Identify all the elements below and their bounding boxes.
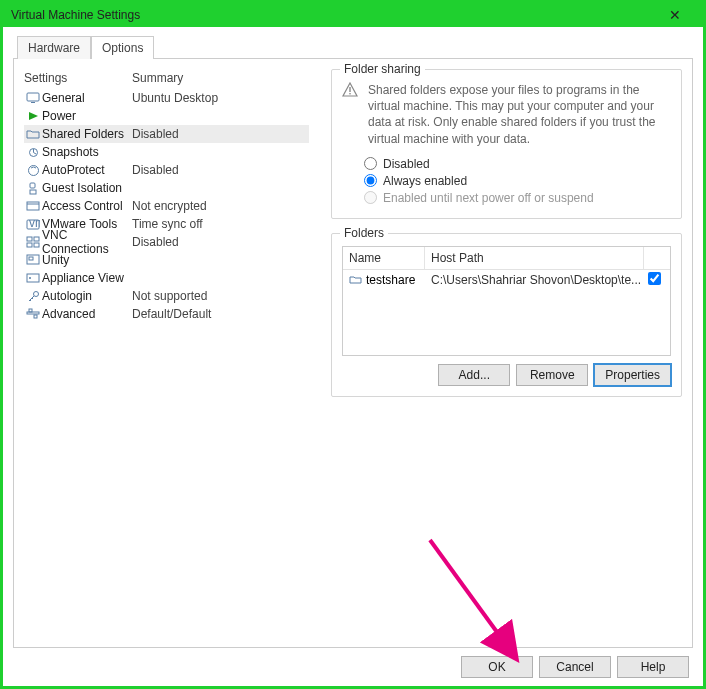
- svg-rect-11: [27, 243, 32, 247]
- unity-icon: [24, 254, 42, 266]
- svg-rect-14: [29, 257, 33, 260]
- svg-rect-19: [29, 309, 32, 312]
- folder-sharing-group: Folder sharing Shared folders expose you…: [331, 69, 682, 219]
- list-item-label: Access Control: [42, 199, 132, 213]
- svg-rect-5: [30, 190, 36, 194]
- window-title: Virtual Machine Settings: [11, 8, 655, 22]
- col-enabled: [644, 247, 670, 269]
- list-item-summary: Disabled: [132, 127, 179, 141]
- svg-text:vm: vm: [29, 219, 40, 230]
- titlebar: Virtual Machine Settings ✕: [3, 3, 703, 27]
- list-item-summary: Disabled: [132, 163, 179, 177]
- list-item-label: Advanced: [42, 307, 132, 321]
- svg-rect-12: [34, 243, 39, 247]
- warning-text: Shared folders expose your files to prog…: [342, 82, 671, 147]
- col-summary: Summary: [132, 71, 183, 85]
- list-item-autologin[interactable]: AutologinNot supported: [24, 287, 309, 305]
- list-item-summary: Not supported: [132, 289, 207, 303]
- svg-rect-20: [34, 315, 37, 318]
- svg-rect-1: [31, 102, 35, 103]
- remove-button[interactable]: Remove: [516, 364, 588, 386]
- svg-rect-9: [27, 237, 32, 241]
- add-button[interactable]: Add...: [438, 364, 510, 386]
- warning-icon: [342, 82, 360, 147]
- appliance-icon: [24, 272, 42, 284]
- folder-enabled-checkbox[interactable]: [644, 272, 664, 288]
- snapshot-icon: [24, 146, 42, 159]
- list-item-summary: Not encrypted: [132, 199, 207, 213]
- list-header: Settings Summary: [24, 69, 309, 89]
- list-item-label: Shared Folders: [42, 127, 132, 141]
- svg-rect-4: [30, 183, 35, 188]
- list-item-vnc-connections[interactable]: VNC ConnectionsDisabled: [24, 233, 309, 251]
- col-settings: Settings: [24, 71, 132, 85]
- list-item-label: Autologin: [42, 289, 132, 303]
- list-item-access-control[interactable]: Access ControlNot encrypted: [24, 197, 309, 215]
- folder-name-cell: testshare: [349, 273, 431, 287]
- radio-disabled-input[interactable]: [364, 157, 377, 170]
- guest-icon: [24, 182, 42, 195]
- tab-strip: Hardware Options: [17, 35, 693, 58]
- radio-always-enabled[interactable]: Always enabled: [364, 174, 671, 188]
- radio-always-input[interactable]: [364, 174, 377, 187]
- close-icon[interactable]: ✕: [655, 7, 695, 23]
- list-item-summary: Time sync off: [132, 217, 203, 231]
- list-item-snapshots[interactable]: Snapshots: [24, 143, 309, 161]
- col-host[interactable]: Host Path: [425, 247, 644, 269]
- folder-sharing-legend: Folder sharing: [340, 62, 425, 76]
- list-item-label: VNC Connections: [42, 228, 132, 256]
- folders-table[interactable]: Name Host Path testshareC:\Users\Shahria…: [342, 246, 671, 356]
- radio-until-input: [364, 191, 377, 204]
- svg-rect-15: [27, 274, 39, 282]
- list-item-label: Unity: [42, 253, 132, 267]
- cancel-button[interactable]: Cancel: [539, 656, 611, 678]
- svg-rect-0: [27, 93, 39, 101]
- power-icon: [24, 110, 42, 122]
- list-item-label: AutoProtect: [42, 163, 132, 177]
- settings-list: Settings Summary GeneralUbuntu DesktopPo…: [14, 59, 319, 647]
- autoprotect-icon: [24, 164, 42, 177]
- list-item-label: Snapshots: [42, 145, 132, 159]
- folder-icon: [24, 128, 42, 140]
- svg-rect-22: [349, 93, 350, 94]
- folder-host-cell: C:\Users\Shahriar Shovon\Desktop\te...: [431, 273, 644, 287]
- ok-button[interactable]: OK: [461, 656, 533, 678]
- list-item-summary: Ubuntu Desktop: [132, 91, 218, 105]
- list-item-advanced[interactable]: AdvancedDefault/Default: [24, 305, 309, 323]
- svg-rect-21: [349, 87, 350, 92]
- svg-rect-10: [34, 237, 39, 241]
- advanced-icon: [24, 308, 42, 320]
- general-icon: [24, 92, 42, 104]
- tab-hardware[interactable]: Hardware: [17, 36, 91, 59]
- list-item-label: Power: [42, 109, 132, 123]
- radio-until-poweroff: Enabled until next power off or suspend: [364, 191, 671, 205]
- autologin-icon: [24, 290, 42, 303]
- svg-rect-6: [27, 202, 39, 210]
- folders-group: Folders Name Host Path testshareC:\Users…: [331, 233, 682, 397]
- list-item-shared-folders[interactable]: Shared FoldersDisabled: [24, 125, 309, 143]
- radio-disabled[interactable]: Disabled: [364, 157, 671, 171]
- vnc-icon: [24, 236, 42, 248]
- help-button[interactable]: Help: [617, 656, 689, 678]
- list-item-autoprotect[interactable]: AutoProtectDisabled: [24, 161, 309, 179]
- properties-button[interactable]: Properties: [594, 364, 671, 386]
- svg-point-17: [33, 291, 38, 296]
- folders-legend: Folders: [340, 226, 388, 240]
- list-item-label: Guest Isolation: [42, 181, 132, 195]
- access-icon: [24, 200, 42, 212]
- list-item-appliance-view[interactable]: Appliance View: [24, 269, 309, 287]
- vmtools-icon: vm: [24, 219, 42, 230]
- table-row[interactable]: testshareC:\Users\Shahriar Shovon\Deskto…: [343, 270, 670, 290]
- list-item-summary: Disabled: [132, 235, 179, 249]
- folders-thead: Name Host Path: [343, 247, 670, 270]
- tab-options[interactable]: Options: [91, 36, 154, 59]
- list-item-power[interactable]: Power: [24, 107, 309, 125]
- list-item-unity[interactable]: Unity: [24, 251, 309, 269]
- list-item-label: General: [42, 91, 132, 105]
- list-item-guest-isolation[interactable]: Guest Isolation: [24, 179, 309, 197]
- list-item-summary: Default/Default: [132, 307, 211, 321]
- list-item-label: Appliance View: [42, 271, 132, 285]
- col-name[interactable]: Name: [343, 247, 425, 269]
- list-item-general[interactable]: GeneralUbuntu Desktop: [24, 89, 309, 107]
- svg-point-16: [29, 277, 31, 279]
